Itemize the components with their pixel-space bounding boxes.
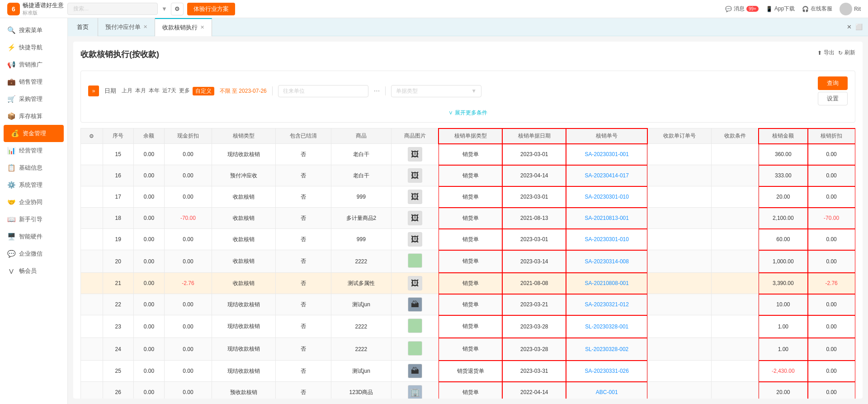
col-settings[interactable]: ⚙: [81, 128, 103, 144]
sidebar-item-collab[interactable]: 🤝 企业协同: [0, 194, 67, 211]
partner-input[interactable]: 往来单位: [278, 85, 368, 97]
table-cell: 现结收款核销: [212, 315, 275, 338]
table-cell: 1.00: [759, 338, 808, 361]
table-cell: 销货单: [439, 186, 502, 208]
table-row: 200.000.00收款核销否2222销货单2023-03-14SA-20230…: [81, 250, 855, 273]
sidebar-item-finance[interactable]: 💰 资金管理: [4, 125, 64, 142]
table-cell: 0.00: [133, 208, 164, 229]
expand-more-button[interactable]: ∨ 展开更多条件: [448, 109, 487, 117]
date-opt-this-year[interactable]: 本年: [149, 87, 160, 95]
page-header: 收款核销执行(按收款) ⬆ 导出 ↻ 刷新: [80, 49, 855, 67]
table-cell: 销货单: [439, 273, 502, 294]
sidebar-item-nav[interactable]: ⚡ 快捷导航: [0, 39, 67, 56]
sidebar-label-hardware: 智能硬件: [19, 233, 42, 241]
col-include-settled: 包含已结清: [275, 128, 331, 144]
user-item[interactable]: Rit: [840, 3, 861, 15]
table-cell: 0.00: [808, 250, 855, 273]
table-cell: [711, 186, 759, 208]
online-service-item[interactable]: 🎧 在线客服: [802, 5, 832, 13]
sidebar: 🔍 搜索菜单 ⚡ 快捷导航 📢 营销推广 💼 销售管理 🛒 采购管理 📦 库存核…: [0, 18, 68, 404]
table-cell: 0.00: [133, 250, 164, 273]
sidebar-item-inventory[interactable]: 📦 库存核算: [0, 108, 67, 125]
expand-button[interactable]: »: [88, 86, 99, 96]
filter-bar: » 日期 上月 本月 本年 近7天 更多 自定义 不限 至 2023-07-26…: [80, 71, 855, 123]
bill-type-dropdown-icon: ▼: [471, 88, 476, 94]
date-opt-custom[interactable]: 自定义: [193, 87, 214, 95]
product-image: 🖼: [408, 276, 422, 290]
bill-no-link[interactable]: SA-20230321-012: [585, 301, 629, 308]
table-cell: 2023-03-01: [502, 186, 566, 208]
sidebar-label-member: 畅会员: [19, 267, 37, 275]
management-icon: 📊: [7, 147, 15, 155]
sidebar-item-purchase[interactable]: 🛒 采购管理: [0, 90, 67, 108]
table-cell: [711, 208, 759, 229]
sidebar-item-search[interactable]: 🔍 搜索菜单: [0, 22, 67, 39]
date-opt-this-month[interactable]: 本月: [135, 87, 146, 95]
top-search[interactable]: 搜索...: [67, 3, 158, 15]
bill-type-placeholder: 单据类型: [396, 87, 418, 95]
sidebar-label-collab: 企业协同: [19, 198, 42, 206]
bill-no-link[interactable]: SA-20230301-010: [585, 236, 629, 242]
tab-prepay[interactable]: 预付冲应付单 ✕: [98, 18, 155, 36]
bill-no-link[interactable]: SA-20230331-026: [585, 368, 629, 374]
tab-receipt-close[interactable]: ✕: [200, 24, 204, 30]
date-opt-last-month[interactable]: 上月: [122, 87, 132, 95]
bill-no-link[interactable]: SA-20210813-001: [585, 215, 629, 221]
date-opt-7days[interactable]: 近7天: [162, 87, 176, 95]
table-cell: 0.00: [808, 186, 855, 208]
table-cell: [711, 273, 759, 294]
gear-button[interactable]: ⚙: [171, 3, 184, 15]
refresh-button[interactable]: ↻ 刷新: [838, 49, 855, 57]
table-cell: 0.00: [165, 250, 212, 273]
bill-no-link[interactable]: SA-20230414-017: [585, 172, 629, 179]
table-cell: 2023-04-14: [502, 165, 566, 186]
dots-button[interactable]: ···: [374, 87, 380, 95]
bill-no-link[interactable]: SA-20230301-001: [585, 151, 629, 157]
table-cell: 0.00: [133, 165, 164, 186]
table-cell: 60.00: [759, 229, 808, 250]
table-cell: 17: [103, 186, 133, 208]
tab-receipt[interactable]: 收款核销执行 ✕: [155, 18, 212, 36]
export-button[interactable]: ⬆ 导出: [817, 49, 835, 57]
main-area: 首页 预付冲应付单 ✕ 收款核销执行 ✕ ✕ ⬜ 收款核销执行(按收款): [68, 18, 868, 404]
sidebar-item-guide[interactable]: 📖 新手引导: [0, 211, 67, 228]
table-cell: 15: [103, 144, 133, 165]
product-img-cell: 🏔: [391, 294, 439, 315]
sidebar-item-hardware[interactable]: 🖥️ 智能硬件: [0, 228, 67, 245]
sidebar-item-marketing[interactable]: 📢 营销推广: [0, 56, 67, 73]
bill-no-link[interactable]: SA-20210808-001: [585, 280, 629, 286]
message-icon-item[interactable]: 💬 消息 99+: [725, 5, 759, 13]
filter-row: » 日期 上月 本月 本年 近7天 更多 自定义 不限 至 2023-07-26…: [88, 76, 848, 105]
tab-prepay-close[interactable]: ✕: [143, 24, 147, 30]
col-receipt-condition: 收款条件: [711, 128, 759, 144]
sidebar-item-member[interactable]: V 畅会员: [0, 262, 67, 280]
bill-no-link[interactable]: SA-20230314-008: [585, 258, 629, 265]
query-button[interactable]: 查询: [818, 76, 848, 90]
product-image: 🏢: [408, 385, 422, 399]
table-cell: 2023-03-14: [502, 250, 566, 273]
bill-no-link[interactable]: SL-20230328-001: [585, 323, 628, 330]
sidebar-item-management[interactable]: 📊 经营管理: [0, 142, 67, 159]
sidebar-item-sales[interactable]: 💼 销售管理: [0, 73, 67, 90]
settings-button[interactable]: 设置: [818, 92, 848, 105]
bill-type-input[interactable]: 单据类型 ▼: [391, 85, 481, 97]
table-cell: 0.00: [808, 229, 855, 250]
table-cell: 收款核销: [212, 250, 275, 273]
sidebar-item-system[interactable]: ⚙️ 系统管理: [0, 176, 67, 194]
solution-button[interactable]: 体验行业方案: [187, 3, 235, 15]
sidebar-item-wechat[interactable]: 💬 企业微信: [0, 245, 67, 262]
data-table: ⚙ 序号 余额 现金折扣 核销类型 包含已结清 商品 商品图片 核销单据类型 核…: [80, 128, 855, 399]
date-opt-more[interactable]: 更多: [179, 87, 190, 95]
bill-no-link[interactable]: ABC-001: [596, 389, 618, 395]
bill-no-link[interactable]: SA-20230301-010: [585, 194, 629, 200]
app-download-item[interactable]: 📱 App下载: [766, 5, 795, 13]
sidebar-item-basic[interactable]: 📋 基础信息: [0, 159, 67, 176]
date-options: 上月 本月 本年 近7天 更多 自定义: [122, 87, 214, 95]
table-cell: 0.00: [808, 361, 855, 382]
product-image: 🖼: [408, 211, 422, 225]
window-maximize-icon[interactable]: ⬜: [855, 24, 863, 30]
bill-no-link[interactable]: SL-20230328-002: [585, 346, 628, 352]
nav-icon: ⚡: [7, 43, 15, 52]
window-close-icon[interactable]: ✕: [847, 24, 852, 30]
tab-home[interactable]: 首页: [68, 18, 98, 36]
